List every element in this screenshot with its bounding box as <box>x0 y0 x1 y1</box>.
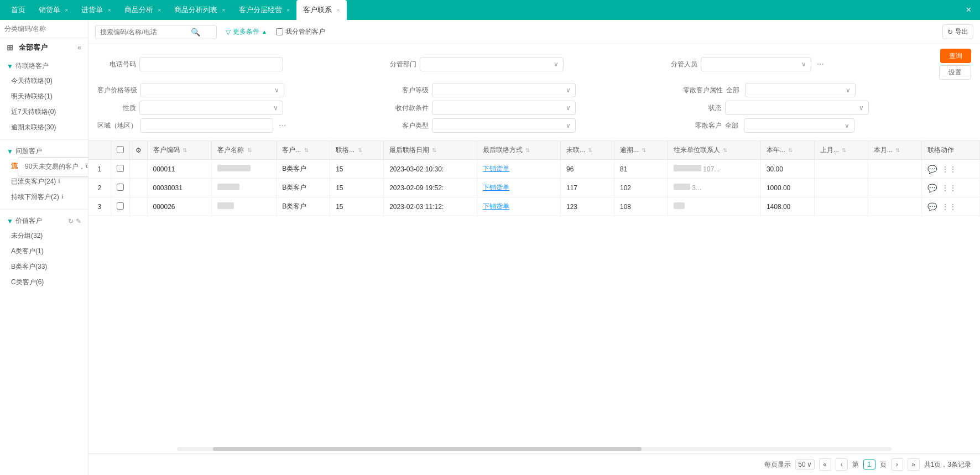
link-way-2[interactable]: 下销货单 <box>483 184 509 191</box>
customer-grade-select[interactable]: ∨ <box>432 83 576 97</box>
nav-product-list[interactable]: 商品分析列表 × <box>168 0 232 20</box>
row-name-2[interactable] <box>212 179 277 197</box>
query-button[interactable]: 查询 <box>940 49 971 63</box>
col-header-type[interactable]: 客户... ⇅ <box>277 141 330 160</box>
row-way-1[interactable]: 下销货单 <box>477 160 561 179</box>
col-checkbox[interactable] <box>111 141 129 160</box>
collapse-sidebar-icon[interactable]: « <box>77 44 81 51</box>
col-header-overdue[interactable]: 逾期... ⇅ <box>614 141 668 160</box>
col-header-last-date[interactable]: 最后联络日期 ⇅ <box>384 141 477 160</box>
my-customers-check[interactable] <box>276 28 283 35</box>
row-name-3[interactable] <box>212 197 277 216</box>
settings-button[interactable]: 设置 <box>939 65 971 80</box>
link-way-3[interactable]: 下销货单 <box>483 202 509 210</box>
row-2-checkbox[interactable] <box>117 184 124 191</box>
close-purchase-tab[interactable]: × <box>107 0 111 20</box>
sidebar-item-ungrouped[interactable]: 未分组(32) <box>0 228 88 243</box>
person-select[interactable]: ∨ <box>701 57 811 71</box>
nav-customer-contact[interactable]: 客户联系 × <box>296 0 346 20</box>
col-header-not-contacted[interactable]: 未联... ⇅ <box>561 141 614 160</box>
nav-home[interactable]: 首页 <box>4 0 32 20</box>
customer-type-select[interactable]: ∨ <box>432 118 576 133</box>
next-page-btn[interactable]: › <box>891 458 903 471</box>
sidebar-item-class-b[interactable]: B类客户(33) <box>0 259 88 274</box>
retail-customer-select[interactable]: ∨ <box>744 118 854 133</box>
col-header-name[interactable]: 客户名称 ⇅ <box>212 141 277 160</box>
col-header-unit-contact[interactable]: 往来单位联系人 ⇅ <box>668 141 760 160</box>
phone-input[interactable] <box>139 57 283 71</box>
row-3-checkbox[interactable] <box>117 202 124 210</box>
retail-attr-chevron-icon: ∨ <box>846 86 851 94</box>
edit-icon[interactable]: ✎ <box>76 217 81 225</box>
close-sales-tab[interactable]: × <box>65 0 68 20</box>
current-page-input[interactable]: 1 <box>863 460 875 469</box>
last-page-btn[interactable]: » <box>908 458 920 471</box>
sidebar-item-7days[interactable]: 近7天待联络(0) <box>0 104 88 119</box>
action-more-3[interactable]: ⋮⋮ <box>941 202 957 211</box>
nav-sales[interactable]: 销货单 × <box>32 0 75 20</box>
nav-product-analysis[interactable]: 商品分析 × <box>118 0 168 20</box>
sidebar-item-today[interactable]: 今天待联络(0) <box>0 73 88 88</box>
filter-search-icon[interactable]: 🔍 <box>191 28 200 36</box>
nav-customer-tier[interactable]: 客户分层经营 × <box>232 0 296 20</box>
first-page-btn[interactable]: « <box>819 458 831 471</box>
nav-purchase[interactable]: 进货单 × <box>75 0 117 20</box>
row-checkbox-1[interactable] <box>111 160 129 179</box>
more-icon-2[interactable]: ··· <box>277 121 288 131</box>
section-header-value[interactable]: ▼ 价值客户 ↻ ✎ <box>0 214 88 228</box>
more-conditions-btn[interactable]: ▽ 更多条件 ▲ <box>221 25 272 39</box>
row-type-3: B类客户 <box>277 197 330 216</box>
close-customer-contact-tab[interactable]: × <box>336 0 340 20</box>
per-page-select[interactable]: 50 ∨ <box>795 459 814 470</box>
row-checkbox-2[interactable] <box>111 179 129 197</box>
row-checkbox-3[interactable] <box>111 197 129 216</box>
close-customer-tier-tab[interactable]: × <box>286 0 290 20</box>
settings-icon[interactable]: ⚙ <box>135 147 142 154</box>
export-btn[interactable]: ↻ 导出 <box>942 24 973 39</box>
sidebar-item-tomorrow[interactable]: 明天待联络(1) <box>0 88 88 104</box>
col-header-this-month[interactable]: 本月... ⇅ <box>868 141 921 160</box>
status-select[interactable]: ∨ <box>725 101 869 115</box>
region-select[interactable] <box>140 118 273 133</box>
action-more-2[interactable]: ⋮⋮ <box>941 184 957 192</box>
sidebar-item-overdue[interactable]: 逾期未联络(30) <box>0 119 88 135</box>
payment-select[interactable]: ∨ <box>432 101 576 115</box>
sidebar-all-customers[interactable]: ⊞ 全部客户 « <box>0 38 88 57</box>
section-header-problem[interactable]: ▼ 问题客户 <box>0 144 88 158</box>
filter-search-input[interactable] <box>100 28 189 36</box>
action-chat-3[interactable]: 💬 <box>927 202 937 211</box>
price-grade-select[interactable]: ∨ <box>140 83 284 97</box>
col-header-code[interactable]: 客户编码 ⇅ <box>147 141 212 160</box>
row-way-3[interactable]: 下销货单 <box>477 197 561 216</box>
col-header-contact[interactable]: 联络... ⇅ <box>330 141 384 160</box>
row-1-checkbox[interactable] <box>117 165 124 172</box>
action-chat-2[interactable]: 💬 <box>927 184 937 192</box>
close-all-btn[interactable]: × <box>962 5 976 15</box>
refresh-icon[interactable]: ↻ <box>68 217 74 225</box>
nature-select[interactable]: ∨ <box>139 101 283 115</box>
retail-attr-select[interactable]: ∨ <box>745 83 856 97</box>
sidebar-item-class-a[interactable]: A类客户(1) <box>0 243 88 259</box>
section-header-pending[interactable]: ▼ 待联络客户 <box>0 59 88 73</box>
close-product-list-tab[interactable]: × <box>222 0 225 20</box>
prev-page-btn[interactable]: ‹ <box>836 458 848 471</box>
action-chat-1[interactable]: 💬 <box>927 165 937 174</box>
close-product-tab[interactable]: × <box>158 0 161 20</box>
select-all-checkbox[interactable] <box>117 146 124 153</box>
link-way-1[interactable]: 下销货单 <box>483 165 509 173</box>
col-header-last-way[interactable]: 最后联络方式 ⇅ <box>477 141 561 160</box>
sidebar-item-class-c[interactable]: C类客户(6) <box>0 274 88 290</box>
horizontal-scrollbar[interactable] <box>88 445 980 453</box>
more-icon-1[interactable]: ··· <box>815 59 826 69</box>
dept-select[interactable]: ∨ <box>420 57 564 71</box>
action-more-1[interactable]: ⋮⋮ <box>941 165 957 174</box>
row-name-1[interactable] <box>212 160 277 179</box>
col-settings[interactable]: ⚙ <box>129 141 147 160</box>
col-header-this-year[interactable]: 本年... ⇅ <box>760 141 814 160</box>
sidebar-item-declining[interactable]: 持续下滑客户(2) ℹ <box>0 189 88 205</box>
sidebar-search-input[interactable] <box>4 25 87 33</box>
col-header-last-month[interactable]: 上月... ⇅ <box>814 141 868 160</box>
filter-nature: 性质 ∨ <box>97 101 385 115</box>
row-way-2[interactable]: 下销货单 <box>477 179 561 197</box>
my-customers-checkbox[interactable]: 我分管的客户 <box>276 27 325 36</box>
